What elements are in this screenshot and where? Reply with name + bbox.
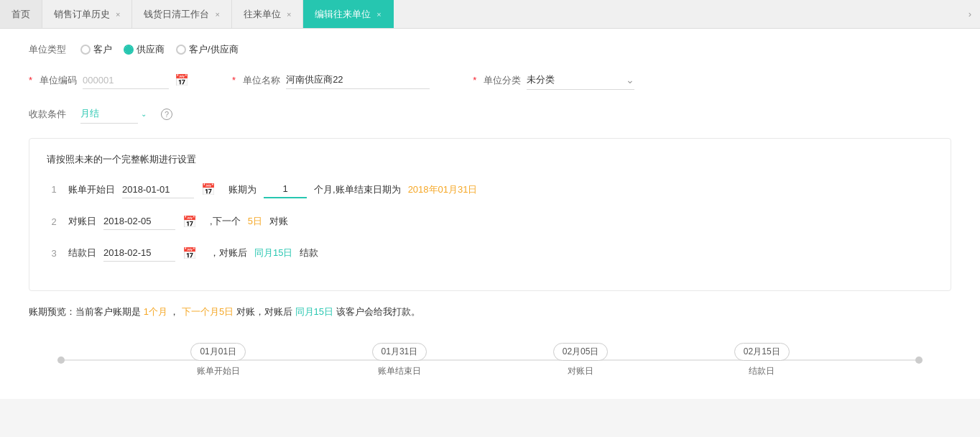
period-highlight-3: 同月15日 (254, 247, 292, 259)
unit-type-row: 单位类型 客户 供应商 客户/供应商 (29, 43, 951, 56)
timeline-bubble-1: 01月31日 (372, 343, 427, 361)
period-date-3[interactable] (103, 244, 175, 262)
payment-terms-value: 月结 (80, 104, 138, 124)
period-calendar-3[interactable]: 📅 (182, 247, 197, 260)
unit-category-group: * 单位分类 未分类 ⌄ (473, 70, 634, 90)
unit-info-row: * 单位编码 📅 * 单位名称 * 单位分类 未分类 ⌄ (29, 70, 951, 90)
preview-sep2: 对账，对账后 (236, 306, 292, 317)
period-row-2: 2 对账日 📅 ,下一个 5日 对账 (47, 213, 933, 230)
radio-supplier-label: 供应商 (137, 43, 165, 56)
unit-category-select[interactable]: 未分类 ⌄ (527, 70, 634, 90)
tab-sales-history-label: 销售订单历史 (54, 8, 110, 21)
preview-text: 账期预览：当前客户账期是 1个月 ， 下一个月5日 对账，对账后 同月15日 该… (29, 305, 951, 318)
tab-sales-history[interactable]: 销售订单历史 × (42, 0, 132, 28)
timeline-bubble-2: 02月05日 (553, 343, 609, 361)
tab-edit-partner-label: 编辑往来单位 (315, 8, 371, 21)
period-suffix-post-2: 对账 (269, 215, 288, 228)
help-icon-label: ? (165, 110, 169, 119)
period-num-3: 3 (47, 248, 61, 259)
period-date-1[interactable] (122, 181, 194, 198)
unit-name-label: 单位名称 (243, 74, 280, 87)
payment-terms-chevron[interactable]: ⌄ (141, 110, 147, 118)
timeline-dot-end (915, 356, 923, 364)
unit-name-star: * (232, 75, 236, 86)
timeline-container: 01月01日 账单开始日 01月31日 账单结束日 02月05日 对账日 02月… (29, 336, 951, 385)
tab-cash-work-label: 钱货日清工作台 (144, 8, 209, 21)
radio-customer[interactable]: 客户 (80, 43, 112, 56)
unit-category-value: 未分类 (527, 73, 555, 86)
main-content: 单位类型 客户 供应商 客户/供应商 * 单位编码 📅 * 单位名称 (0, 29, 980, 399)
unit-code-star: * (29, 75, 32, 86)
preview-part3: 同月15日 (295, 306, 333, 317)
timeline-bubble-0: 01月01日 (190, 343, 246, 361)
unit-category-label: 单位分类 (484, 74, 521, 87)
period-row-3: 3 结款日 📅 ，对账后 同月15日 结款 (47, 244, 933, 262)
radio-supplier-circle (124, 45, 134, 55)
unit-name-group: * 单位名称 (232, 72, 430, 89)
timeline-node-2: 02月05日 对账日 (553, 343, 609, 377)
radio-both-label: 客户/供应商 (189, 43, 239, 56)
tab-home-label: 首页 (11, 8, 30, 21)
preview-suffix: 该客户会给我打款。 (336, 306, 420, 317)
unit-code-input[interactable] (83, 72, 169, 89)
period-label-1: 账单开始日 (68, 183, 115, 196)
timeline-label-3: 结款日 (749, 365, 775, 377)
tab-expand-button[interactable]: › (960, 0, 980, 28)
period-num-1: 1 (47, 184, 61, 195)
unit-code-label: 单位编码 (40, 74, 77, 87)
payment-terms-label: 收款条件 (29, 108, 66, 121)
unit-type-label: 单位类型 (29, 43, 66, 56)
preview-part2: 下一个月5日 (182, 306, 234, 317)
period-end-date-1: 2018年01月31日 (408, 183, 478, 196)
tab-partner-unit[interactable]: 往来单位 × (232, 0, 303, 28)
radio-customer-circle (80, 45, 91, 55)
period-month-input[interactable] (264, 180, 307, 198)
unit-code-group: * 单位编码 📅 (29, 72, 189, 89)
period-suffix-pre-1: 账期为 (228, 183, 256, 196)
timeline-node-1: 01月31日 账单结束日 (372, 343, 427, 377)
period-date-2[interactable] (103, 213, 175, 230)
tab-partner-unit-label: 往来单位 (244, 8, 281, 21)
radio-supplier[interactable]: 供应商 (124, 43, 165, 56)
timeline-node-3: 02月15日 结款日 (734, 343, 790, 377)
timeline-label-1: 账单结束日 (378, 365, 421, 377)
period-settings-box: 请按照未来的一个完整帐期进行设置 1 账单开始日 📅 账期为 个月,账单结束日期… (29, 138, 951, 291)
unit-category-star: * (473, 75, 476, 86)
period-highlight-2: 5日 (248, 215, 262, 228)
period-row-1: 1 账单开始日 📅 账期为 个月,账单结束日期为 2018年01月31日 (47, 180, 933, 198)
tab-cash-work[interactable]: 钱货日清工作台 × (132, 0, 231, 28)
timeline-label-2: 对账日 (568, 365, 593, 377)
dropdown-chevron-icon: ⌄ (626, 74, 634, 86)
tab-edit-partner[interactable]: 编辑往来单位 × (303, 0, 393, 28)
preview-prefix: 账期预览：当前客户账期是 (29, 306, 141, 317)
period-calendar-2[interactable]: 📅 (182, 215, 197, 229)
timeline-items: 01月01日 账单开始日 01月31日 账单结束日 02月05日 对账日 02月… (57, 343, 923, 377)
period-suffix-pre-3: ，对账后 (210, 247, 247, 259)
period-title: 请按照未来的一个完整帐期进行设置 (47, 153, 933, 166)
help-icon[interactable]: ? (161, 109, 172, 120)
unit-type-radio-group: 客户 供应商 客户/供应商 (80, 43, 239, 56)
tab-partner-unit-close[interactable]: × (287, 10, 291, 19)
period-num-2: 2 (47, 216, 61, 227)
period-suffix-post-3: 结款 (300, 247, 318, 259)
radio-both-circle (176, 45, 186, 55)
timeline-node-0: 01月01日 账单开始日 (190, 343, 246, 377)
period-suffix-post-1: 个月,账单结束日期为 (314, 183, 401, 196)
payment-terms-select-group: 月结 ⌄ (80, 104, 147, 124)
unit-name-input[interactable] (286, 72, 430, 89)
tab-edit-partner-close[interactable]: × (376, 10, 381, 19)
tab-home[interactable]: 首页 (0, 0, 42, 28)
radio-customer-label: 客户 (93, 43, 112, 56)
period-label-2: 对账日 (68, 215, 96, 228)
tab-bar: 首页 销售订单历史 × 钱货日清工作台 × 往来单位 × 编辑往来单位 × › (0, 0, 980, 29)
preview-part1: 1个月 (144, 306, 167, 317)
timeline-bubble-3: 02月15日 (734, 343, 790, 361)
tab-sales-history-close[interactable]: × (116, 10, 120, 19)
timeline-dot-start (57, 356, 65, 364)
preview-sep1: ， (170, 306, 179, 317)
tab-cash-work-close[interactable]: × (215, 10, 219, 19)
radio-both[interactable]: 客户/供应商 (176, 43, 239, 56)
payment-terms-row: 收款条件 月结 ⌄ ? (29, 104, 951, 124)
period-calendar-1[interactable]: 📅 (201, 183, 216, 196)
calendar-icon[interactable]: 📅 (175, 73, 189, 87)
